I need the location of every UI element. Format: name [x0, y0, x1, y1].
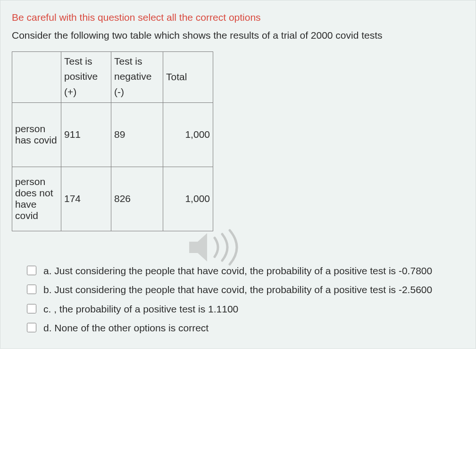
- audio-watermark: [12, 228, 464, 261]
- row-1-pos: 911: [61, 102, 111, 167]
- option-a-checkbox[interactable]: [27, 266, 36, 275]
- header-negative: Test is negative (-): [111, 51, 163, 102]
- header-total: Total: [163, 51, 213, 102]
- question-stem: Consider the following two table which s…: [12, 28, 464, 43]
- row-2-head: person does not have covid: [12, 167, 61, 231]
- row-2-total: 1,000: [163, 167, 213, 231]
- option-d-checkbox[interactable]: [27, 323, 36, 332]
- table-row: person has covid 911 89 1,000: [12, 102, 213, 167]
- option-d-text: d. None of the other options is correct: [43, 320, 464, 336]
- header-blank: [12, 51, 61, 102]
- option-c-checkbox[interactable]: [27, 304, 36, 313]
- row-1-neg: 89: [111, 102, 163, 167]
- row-2-pos: 174: [61, 167, 111, 231]
- speaker-icon: [186, 228, 262, 266]
- option-c[interactable]: c. , the probability of a positive test …: [25, 302, 464, 317]
- option-c-text: c. , the probability of a positive test …: [43, 302, 464, 317]
- option-b-text: b. Just considering the people that have…: [43, 282, 464, 298]
- table-row: person does not have covid 174 826 1,000: [12, 167, 213, 231]
- header-positive: Test is positive (+): [61, 51, 111, 102]
- data-table: Test is positive (+) Test is negative (-…: [12, 51, 213, 231]
- row-1-head: person has covid: [12, 102, 61, 167]
- option-b[interactable]: b. Just considering the people that have…: [25, 282, 464, 298]
- option-b-checkbox[interactable]: [27, 285, 36, 294]
- row-2-neg: 826: [111, 167, 163, 231]
- row-1-total: 1,000: [163, 102, 213, 167]
- table-header-row: Test is positive (+) Test is negative (-…: [12, 51, 213, 102]
- option-d[interactable]: d. None of the other options is correct: [25, 320, 464, 336]
- question-container: Be careful with this question select all…: [0, 0, 476, 349]
- warning-text: Be careful with this question select all…: [12, 12, 464, 23]
- options-list: a. Just considering the people that have…: [12, 263, 464, 336]
